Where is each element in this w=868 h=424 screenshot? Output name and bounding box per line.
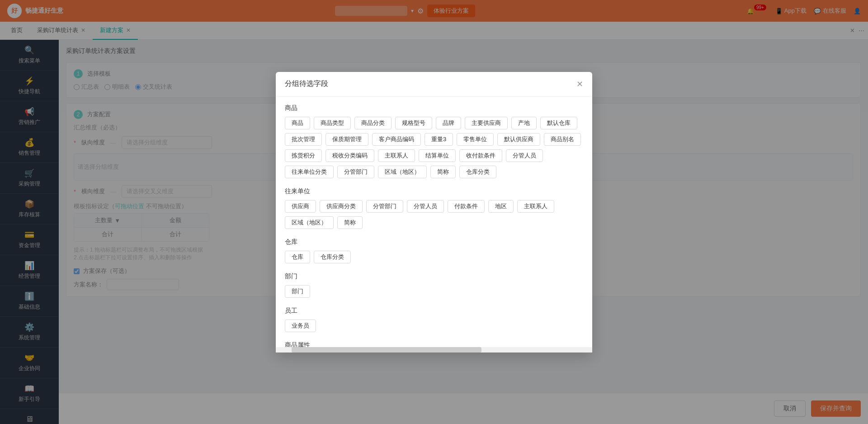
field-tag[interactable]: 仓库分类	[314, 251, 351, 263]
field-tag[interactable]: 简称	[337, 216, 363, 229]
field-tag[interactable]: 商品别名	[544, 133, 581, 146]
section-title-往来单位: 往来单位	[285, 187, 583, 195]
section-title-商品: 商品	[285, 104, 583, 112]
field-tags-商品: 商品商品类型商品分类规格型号品牌主要供应商产地默认仓库批次管理保质期管理客户商品…	[285, 117, 583, 178]
field-tag[interactable]: 区域（地区）	[285, 216, 334, 229]
field-section-仓库: 仓库仓库仓库分类	[285, 238, 583, 263]
field-tag[interactable]: 拣货积分	[285, 149, 322, 162]
field-tag[interactable]: 业务员	[285, 319, 316, 332]
field-tag[interactable]: 往来单位分类	[285, 166, 334, 178]
field-tag[interactable]: 产地	[511, 117, 537, 129]
field-section-部门: 部门部门	[285, 272, 583, 298]
section-title-仓库: 仓库	[285, 238, 583, 246]
section-title-商品属性: 商品属性	[285, 341, 583, 347]
field-tag[interactable]: 批次管理	[285, 133, 322, 146]
modal-header: 分组待选字段 ✕	[276, 72, 592, 97]
field-tag[interactable]: 分管部门	[337, 166, 374, 178]
field-tag[interactable]: 商品	[285, 117, 310, 129]
field-tag[interactable]: 主联系人	[378, 149, 415, 162]
field-tags-往来单位: 供应商供应商分类分管部门分管人员付款条件地区主联系人区域（地区）简称	[285, 200, 583, 229]
field-tag[interactable]: 部门	[285, 285, 310, 298]
field-tag[interactable]: 区域（地区）	[378, 166, 427, 178]
field-tags-员工: 业务员	[285, 319, 583, 332]
modal-title: 分组待选字段	[285, 79, 328, 89]
field-tag[interactable]: 重量3	[425, 133, 453, 146]
field-tag[interactable]: 主要供应商	[465, 117, 508, 129]
field-tag[interactable]: 商品分类	[354, 117, 392, 129]
field-section-商品: 商品商品商品类型商品分类规格型号品牌主要供应商产地默认仓库批次管理保质期管理客户…	[285, 104, 583, 178]
field-tag[interactable]: 零售单位	[457, 133, 494, 146]
field-section-往来单位: 往来单位供应商供应商分类分管部门分管人员付款条件地区主联系人区域（地区）简称	[285, 187, 583, 229]
field-tag[interactable]: 客户商品编码	[372, 133, 421, 146]
modal-close-button[interactable]: ✕	[576, 79, 583, 89]
field-tags-部门: 部门	[285, 285, 583, 298]
field-tag[interactable]: 付款条件	[448, 200, 485, 213]
field-tag[interactable]: 仓库	[285, 251, 310, 263]
field-select-modal: 分组待选字段 ✕ 商品商品商品类型商品分类规格型号品牌主要供应商产地默认仓库批次…	[276, 72, 592, 353]
field-tags-仓库: 仓库仓库分类	[285, 251, 583, 263]
field-tag[interactable]: 商品类型	[314, 117, 351, 129]
field-tag[interactable]: 规格型号	[395, 117, 432, 129]
field-tag[interactable]: 地区	[488, 200, 514, 213]
field-section-员工: 员工业务员	[285, 307, 583, 332]
field-tag[interactable]: 供应商	[285, 200, 316, 213]
modal-horizontal-scrollbar[interactable]	[276, 347, 592, 353]
field-tag[interactable]: 默认仓库	[540, 117, 577, 129]
field-tag[interactable]: 默认供应商	[497, 133, 540, 146]
field-tag[interactable]: 保质期管理	[326, 133, 368, 146]
section-title-部门: 部门	[285, 272, 583, 281]
field-tag[interactable]: 结算单位	[419, 149, 456, 162]
section-title-员工: 员工	[285, 307, 583, 315]
field-tag[interactable]: 税收分类编码	[326, 149, 374, 162]
modal-scroll-thumb	[292, 347, 481, 353]
field-tag[interactable]: 供应商分类	[320, 200, 363, 213]
field-tag[interactable]: 分管人员	[506, 149, 543, 162]
field-tag[interactable]: 分管部门	[366, 200, 403, 213]
field-tag[interactable]: 品牌	[436, 117, 461, 129]
field-section-商品属性: 商品属性属性颜色多规格尺码鞋码1	[285, 341, 583, 347]
field-tag[interactable]: 简称	[430, 166, 456, 178]
field-tag[interactable]: 仓库分类	[459, 166, 496, 178]
field-tag[interactable]: 收付款条件	[459, 149, 502, 162]
modal-body: 商品商品商品类型商品分类规格型号品牌主要供应商产地默认仓库批次管理保质期管理客户…	[276, 97, 592, 347]
field-tag[interactable]: 分管人员	[407, 200, 444, 213]
field-tag[interactable]: 主联系人	[517, 200, 554, 213]
